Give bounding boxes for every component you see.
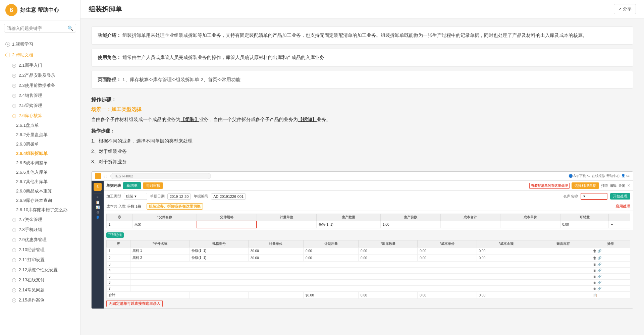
lrow1-plan: 0.00 bbox=[303, 247, 358, 255]
col-unit: 计量单位 bbox=[257, 214, 317, 221]
sidebar-item-2-14[interactable]: + 2.14常见问题 bbox=[0, 285, 80, 295]
warehouse-select: ▾ bbox=[581, 193, 607, 200]
cell-action: + bbox=[609, 221, 630, 228]
role-label: 使用角色： bbox=[98, 55, 121, 60]
lower-table-row-1: 1 黑料 1 份额(1=1) 30.00 0.00 0.00 0.00 0.00 bbox=[107, 247, 630, 255]
sidebar-item-2-1[interactable]: + 2.1新手入门 bbox=[0, 60, 80, 70]
lrow7-seq: 7 bbox=[107, 286, 130, 292]
expand-icon-2-10: + bbox=[12, 248, 16, 252]
footer-empty2 bbox=[248, 292, 303, 299]
sidebar-item-2-6-1[interactable]: 2.6.1盘点单 bbox=[0, 121, 80, 130]
content-area: 功能介绍： 组装拆卸单用来处理企业组装或拆卸等加工业务，支持有固定装配清单的产品… bbox=[80, 18, 644, 335]
nav-icon-4: ⚙ bbox=[96, 211, 99, 214]
sidebar-item-2-5[interactable]: + 2.5采购管理 bbox=[0, 101, 80, 111]
lrow1-unit: 30.00 bbox=[248, 247, 303, 255]
sidebar-item-2-6-6[interactable]: 2.6.6其他入库单 bbox=[0, 168, 80, 177]
lrow1-qty: 0.00 bbox=[359, 247, 418, 255]
lrow2-qty: 0.00 bbox=[359, 255, 418, 262]
share-icon: ↗ bbox=[618, 7, 622, 11]
cell-unit-cost bbox=[500, 221, 560, 228]
step2: 2、对于组装业务 bbox=[91, 147, 633, 156]
step1: 1、根据不同的业务，选择不同单据的类型来处理 bbox=[91, 137, 633, 145]
page-title: 组装拆卸单 bbox=[89, 5, 122, 14]
nav-icon-2: 📋 bbox=[96, 201, 100, 204]
cell-seq: 1 bbox=[107, 221, 132, 228]
lrow2-cost2: 0.00 bbox=[477, 255, 536, 262]
sidebar-item-2-3[interactable]: + 2.3使用前数据准备 bbox=[0, 80, 80, 91]
lower-table: 序 *子件名称 规格型号 计量单位 计划用量 *出库数量 *成本单价 *成本金额 bbox=[106, 240, 630, 299]
type-label: 加工类型 bbox=[106, 194, 121, 199]
nav-2-6-subitems: 2.6.1盘点单 2.6.2分量盘点单 2.6.3调拨单 2.6.4组装拆卸单 … bbox=[0, 121, 80, 215]
lrow3-op: 🗑 🔗 bbox=[591, 262, 630, 268]
ops-section: 操作步骤： 场景一：加工类型选择 当由多个子件材料组装成一个成品的业务为【组装】… bbox=[91, 93, 633, 311]
lcol-cost1: *成本单价 bbox=[418, 240, 477, 247]
lrow7-op: 🗑 🔗 bbox=[591, 286, 630, 292]
app-layout: 6 ≡ 📋 📊 ⚙ 👤 单据列表 新增单 同 bbox=[92, 181, 633, 309]
sidebar-item-2-10[interactable]: + 2.10经营管理 bbox=[0, 245, 80, 255]
footer-cost2: 0.00 bbox=[477, 292, 536, 299]
lcol-qty: *出库数量 bbox=[359, 240, 418, 247]
sidebar-item-2-4[interactable]: + 2.4销售管理 bbox=[0, 91, 80, 101]
footer-label: 合计 bbox=[107, 292, 190, 299]
sidebar-item-2-6-10[interactable]: 2.6.10库存账本错了怎么办 bbox=[0, 205, 80, 215]
expand-icon-2-11: + bbox=[12, 258, 16, 262]
lower-table-footer: 合计 $0.00 0.00 0.00 0.00 📋 bbox=[107, 292, 630, 299]
sidebar-item-2-13[interactable]: + 2.13在线支付 bbox=[0, 275, 80, 285]
steps-list: 1、根据不同的业务，选择不同单据的类型来处理 2、对于组装业务 3、对于拆卸业务 bbox=[91, 137, 633, 166]
type-switch-label: 组装业务、拆卸业务在这里切换 bbox=[149, 204, 201, 209]
type-select: 组装 ▾ bbox=[124, 193, 147, 200]
enable-annotation: 启用处理 bbox=[615, 204, 630, 209]
nav-section-docs-label: 2.帮助文档 bbox=[12, 52, 33, 58]
cell-avail: 0.00 bbox=[560, 221, 609, 228]
col-sku: 父件规格 bbox=[197, 214, 257, 221]
steps-heading: 操作步骤： bbox=[91, 128, 633, 134]
ops-heading: 操作步骤： bbox=[91, 97, 633, 103]
sidebar-item-2-6-7[interactable]: 2.6.7其他出库单 bbox=[0, 177, 80, 186]
lower-annotation-text: 无固定清单可以直接在这里录入 bbox=[109, 301, 160, 305]
close-btn: 关闭 bbox=[619, 183, 625, 188]
sidebar-item-2-12[interactable]: + 2.12系统个性化设置 bbox=[0, 265, 80, 275]
lrow2-unit: 30.00 bbox=[248, 255, 303, 262]
nav-section-video-title[interactable]: + 1.视频学习 bbox=[0, 39, 80, 50]
sidebar-item-2-6[interactable]: − 2.6库存核算 bbox=[0, 111, 80, 121]
lower-table-row-5: 5 🗑 🔗 bbox=[107, 274, 630, 280]
col-qty: 生产数量 bbox=[317, 214, 381, 221]
sidebar-item-2-6-5[interactable]: 2.6.5成本调整单 bbox=[0, 158, 80, 168]
date-value: 2019-12-20 bbox=[167, 193, 191, 200]
share-button[interactable]: ↗ 分享 bbox=[614, 4, 636, 14]
cell-cost bbox=[440, 221, 500, 228]
nav-section-docs-title[interactable]: − 2.帮助文档 bbox=[0, 50, 80, 60]
search-area: 🔍 bbox=[0, 20, 80, 36]
expand-icon-2-1: + bbox=[12, 64, 16, 68]
expand-icon: + bbox=[5, 42, 10, 47]
form-row: 加工类型 组装 ▾ 单据日期 2019-12-20 单据编号 AD-201912… bbox=[104, 191, 633, 202]
col-cost: 成本合计 bbox=[440, 214, 500, 221]
sidebar-item-2-6-9[interactable]: 2.6.9库存账本查询 bbox=[0, 196, 80, 205]
table-area: 序 *父件名称 父件规格 计量单位 生产数量 生产份数 成本合计 成本单价 可销 bbox=[104, 211, 633, 230]
search-input[interactable] bbox=[7, 26, 67, 31]
lrow4-empty bbox=[130, 268, 591, 274]
sidebar-item-2-7[interactable]: + 2.7资金管理 bbox=[0, 215, 80, 225]
expand-icon-2-12: + bbox=[12, 268, 16, 272]
close-x: ✕ bbox=[627, 183, 630, 188]
table-row: 1 米米 份数(1=1) 1.00 0.00 bbox=[107, 221, 630, 228]
expand-icon-2-2: + bbox=[12, 74, 16, 78]
collapse-icon-2-6: − bbox=[12, 114, 16, 118]
lower-table-row-3: 3 🗑 🔗 bbox=[107, 262, 630, 268]
sidebar-item-2-6-3[interactable]: 2.6.3调拨单 bbox=[0, 139, 80, 149]
search-icon[interactable]: 🔍 bbox=[67, 25, 73, 31]
nav-section-video-label: 1.视频学习 bbox=[12, 41, 33, 47]
sidebar-item-2-6-2[interactable]: 2.6.2分量盘点单 bbox=[0, 130, 80, 139]
lrow5-empty bbox=[130, 274, 591, 280]
sidebar-item-2-2[interactable]: + 2.2产品安装及登录 bbox=[0, 70, 80, 80]
sidebar-item-2-6-4[interactable]: 2.6.4组装拆卸单 bbox=[0, 149, 80, 158]
sidebar-item-2-15[interactable]: + 2.15操作案例 bbox=[0, 295, 80, 305]
lrow1-op: 🗑 🔗 bbox=[591, 247, 630, 255]
sidebar-item-2-8[interactable]: + 2.8手机旺铺 bbox=[0, 225, 80, 235]
app-logo-nav: 6 bbox=[94, 183, 102, 191]
cell-sku bbox=[197, 221, 257, 228]
sidebar-item-2-6-8[interactable]: 2.6.8商品成本重算 bbox=[0, 186, 80, 196]
logo-area: 6 好生意 帮助中心 bbox=[0, 0, 80, 20]
sidebar-item-2-11[interactable]: + 2.11打印设置 bbox=[0, 255, 80, 265]
sidebar-item-2-9[interactable]: + 2.9优惠券管理 bbox=[0, 235, 80, 245]
